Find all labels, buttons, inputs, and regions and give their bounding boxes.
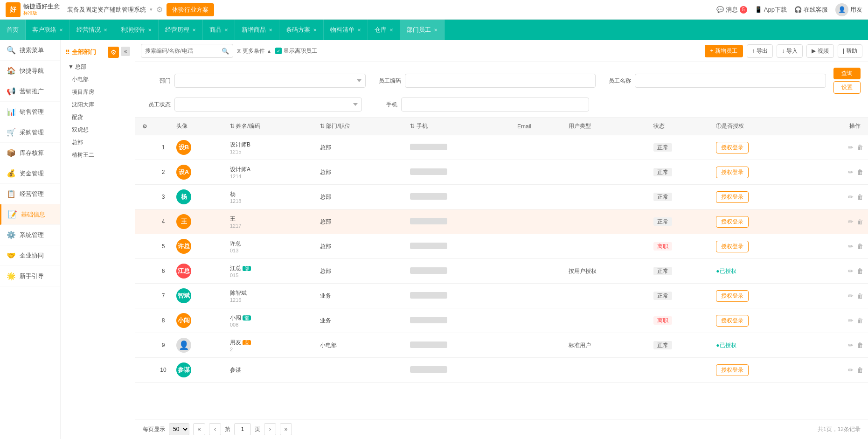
- left-nav-item-资金管理[interactable]: 💰 资金管理: [0, 163, 60, 184]
- nav-tab-仓库[interactable]: 仓库✕: [368, 20, 400, 40]
- export-button[interactable]: ↑ 导出: [747, 44, 773, 58]
- edit-btn[interactable]: ✏: [848, 341, 854, 349]
- left-nav-item-库存核算[interactable]: 📦 库存核算: [0, 143, 60, 163]
- emp-code-input[interactable]: [405, 74, 596, 88]
- dept-select[interactable]: [174, 74, 366, 88]
- app-download-item[interactable]: 📱 App下载: [755, 6, 787, 14]
- left-nav-item-采购管理[interactable]: 🛒 采购管理: [0, 122, 60, 143]
- edit-btn[interactable]: ✏: [848, 292, 854, 300]
- nav-tab-经营情况[interactable]: 经营情况✕: [70, 20, 114, 40]
- help-button[interactable]: | 帮助: [838, 44, 862, 58]
- emp-name-input[interactable]: [635, 74, 826, 88]
- tree-node-项目库房[interactable]: 项目库房: [61, 86, 135, 98]
- view-button[interactable]: ▶ 视频: [806, 44, 834, 58]
- auth-btn[interactable]: 授权登录: [716, 364, 749, 376]
- tree-node-总部[interactable]: 总部: [61, 136, 135, 149]
- delete-btn[interactable]: 🗑: [857, 218, 863, 225]
- edit-btn[interactable]: ✏: [848, 218, 854, 225]
- nav-tab-物料清单[interactable]: 物料清单✕: [324, 20, 368, 40]
- tree-collapse-btn[interactable]: «: [121, 47, 130, 56]
- tree-node-小电部[interactable]: 小电部: [61, 73, 135, 86]
- filter-btn[interactable]: ⧖ 更多条件 ▲: [237, 47, 271, 55]
- auth-btn[interactable]: 授权登录: [716, 167, 749, 178]
- left-nav-item-搜索菜单[interactable]: 🔍 搜索菜单: [0, 40, 60, 61]
- nav-tab-利润报告[interactable]: 利润报告✕: [114, 20, 159, 40]
- last-page-btn[interactable]: »: [280, 423, 292, 435]
- online-service-item[interactable]: 🎧 在线客服: [794, 6, 828, 14]
- left-nav-item-基础信息[interactable]: 📝 基础信息: [0, 204, 60, 225]
- delete-btn[interactable]: 🗑: [857, 243, 863, 250]
- edit-btn[interactable]: ✏: [848, 193, 854, 201]
- trial-button[interactable]: 体验行业方案: [167, 3, 214, 16]
- edit-btn[interactable]: ✏: [848, 267, 854, 275]
- auth-btn[interactable]: 授权登录: [716, 191, 749, 203]
- nav-tab-close[interactable]: ✕: [224, 28, 228, 33]
- first-page-btn[interactable]: «: [193, 423, 205, 435]
- delete-btn[interactable]: 🗑: [857, 317, 863, 324]
- left-nav-item-系统管理[interactable]: ⚙️ 系统管理: [0, 225, 60, 245]
- tree-node-植树王二[interactable]: 植树王二: [61, 149, 135, 161]
- th-phone[interactable]: ⇅ 手机: [406, 118, 514, 135]
- left-nav-item-新手引导[interactable]: 🌟 新手引导: [0, 266, 60, 286]
- nav-tab-close[interactable]: ✕: [192, 28, 196, 33]
- nav-tab-条码方案[interactable]: 条码方案✕: [279, 20, 324, 40]
- delete-btn[interactable]: 🗑: [857, 144, 863, 151]
- edit-btn[interactable]: ✏: [848, 168, 854, 176]
- edit-btn[interactable]: ✏: [848, 144, 854, 151]
- import-button[interactable]: ↓ 导入: [777, 44, 803, 58]
- th-setting[interactable]: ⚙: [135, 118, 154, 135]
- emp-status-select[interactable]: [174, 98, 362, 111]
- nav-tab-close[interactable]: ✕: [357, 28, 361, 33]
- left-nav-item-经营管理[interactable]: 📋 经营管理: [0, 184, 60, 204]
- set-button[interactable]: 设置: [833, 81, 861, 94]
- tree-setting-btn[interactable]: ⚙: [108, 47, 119, 58]
- th-name[interactable]: ⇅ 姓名/编码: [226, 118, 316, 135]
- nav-tab-close[interactable]: ✕: [313, 28, 317, 33]
- nav-tab-close[interactable]: ✕: [434, 28, 437, 33]
- auth-btn[interactable]: 授权登录: [716, 290, 749, 302]
- gear-icon[interactable]: ⚙: [156, 5, 163, 14]
- tree-node-总部[interactable]: ▼ 总部: [61, 61, 135, 73]
- left-nav-item-企业协同[interactable]: 🤝 企业协同: [0, 245, 60, 266]
- nav-tab-close[interactable]: ✕: [269, 28, 272, 33]
- auth-btn[interactable]: 授权登录: [716, 315, 749, 327]
- tree-node-沈阳大库[interactable]: 沈阳大库: [61, 98, 135, 111]
- show-all-checkbox[interactable]: ✓ 显示离职员工: [275, 47, 317, 55]
- search-input[interactable]: [145, 48, 220, 54]
- tree-node-双虎想[interactable]: 双虎想: [61, 124, 135, 136]
- nav-tab-close[interactable]: ✕: [389, 28, 393, 33]
- left-nav-item-快捷导航[interactable]: 🏠 快捷导航: [0, 61, 60, 81]
- left-nav-item-销售管理[interactable]: 📊 销售管理: [0, 102, 60, 122]
- nav-tab-经营历程[interactable]: 经营历程✕: [159, 20, 203, 40]
- message-item[interactable]: 💬 消息 5: [716, 6, 747, 14]
- auth-btn[interactable]: 授权登录: [716, 216, 749, 228]
- prev-page-btn[interactable]: ‹: [209, 423, 221, 435]
- delete-btn[interactable]: 🗑: [857, 168, 863, 176]
- delete-btn[interactable]: 🗑: [857, 267, 863, 275]
- auth-btn[interactable]: 授权登录: [716, 241, 749, 252]
- search-button[interactable]: 查询: [833, 68, 861, 79]
- next-page-btn[interactable]: ›: [264, 423, 276, 435]
- nav-tab-close[interactable]: ✕: [148, 28, 152, 33]
- tree-node-配货[interactable]: 配货: [61, 111, 135, 124]
- auth-btn[interactable]: 授权登录: [716, 142, 749, 153]
- delete-btn[interactable]: 🗑: [857, 341, 863, 349]
- delete-btn[interactable]: 🗑: [857, 193, 863, 201]
- phone-input[interactable]: [401, 98, 589, 111]
- system-dropdown-icon[interactable]: ▾: [150, 7, 153, 13]
- left-nav-item-营销推广[interactable]: 📢 营销推广: [0, 81, 60, 102]
- nav-tab-首页[interactable]: 首页: [0, 20, 26, 40]
- nav-tab-部门员工[interactable]: 部门员工✕: [400, 20, 444, 40]
- edit-btn[interactable]: ✏: [848, 317, 854, 324]
- nav-tab-客户联络[interactable]: 客户联络✕: [26, 20, 70, 40]
- th-dept[interactable]: ⇅ 部门/职位: [316, 118, 406, 135]
- nav-tab-close[interactable]: ✕: [104, 28, 107, 33]
- nav-tab-新增商品[interactable]: 新增商品✕: [235, 20, 279, 40]
- per-page-select[interactable]: 50: [169, 423, 189, 435]
- delete-btn[interactable]: 🗑: [857, 292, 863, 300]
- user-item[interactable]: 👤 用友: [835, 3, 862, 16]
- page-input[interactable]: [234, 423, 251, 435]
- add-employee-button[interactable]: + 新增员工: [705, 45, 743, 57]
- edit-btn[interactable]: ✏: [848, 243, 854, 250]
- nav-tab-商品[interactable]: 商品✕: [203, 20, 235, 40]
